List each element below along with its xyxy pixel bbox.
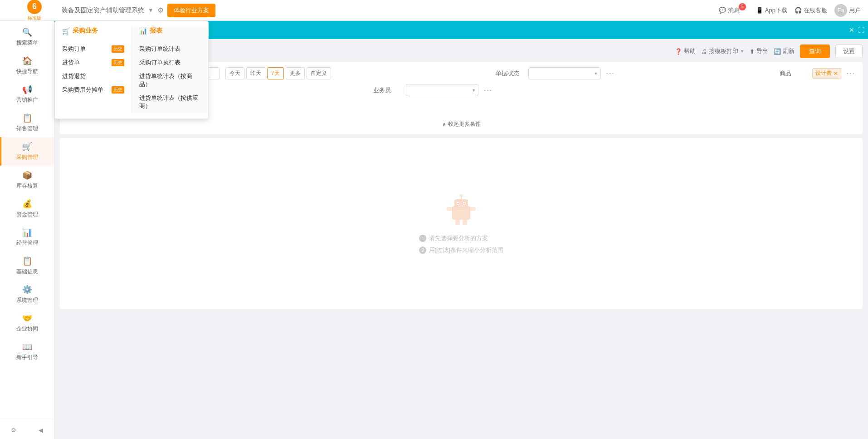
user-btn[interactable]: Ea 用户 [834,4,861,17]
svg-rect-12 [469,207,476,211]
sidebar-item-quick-nav[interactable]: 🏠 快捷导航 [0,51,54,80]
purchase-section-label: 采购业务 [73,27,98,35]
sidebar-item-cooperation[interactable]: 🤝 企业协同 [0,309,54,337]
sidebar-collapse-icon[interactable]: ◀ [39,427,43,434]
sidebar-label-marketing: 营销推广 [16,96,38,104]
refresh-btn[interactable]: 🔄 刷新 [774,47,795,55]
salesman-ellipsis[interactable]: ··· [484,86,493,94]
collapse-arrow-icon: ∧ [442,121,446,128]
purchase-section-icon: 🛒 [62,27,70,35]
cooperation-icon: 🤝 [22,313,32,323]
reports-section-label: 报表 [150,27,162,35]
export-btn[interactable]: ⬆ 导出 [750,47,768,55]
voucher-status-ellipsis[interactable]: ··· [606,69,615,78]
sidebar-settings-icon[interactable]: ⚙ [11,427,16,434]
menu-item-order-exec-label: 采购订单执行表 [139,59,180,67]
sidebar: 🔍 搜索菜单 🏠 快捷导航 📢 营销推广 📋 销售管理 🛒 采购管理 📦 库存核… [0,21,54,439]
industry-btn[interactable]: 体验行业方案 [167,4,215,17]
online-service-label: 在线客服 [804,6,827,15]
tab-bar-actions: ✕ ⛶ [849,26,864,34]
menu-item-receipt-supplier[interactable]: 进货单统计表（按供应商） [139,91,201,113]
quick-btn-7days[interactable]: 7天 [267,67,284,79]
sidebar-label-operations: 经营管理 [16,239,38,247]
menu-item-purchase-return[interactable]: 进货退货 [62,69,124,83]
guide-icon: 📖 [22,342,32,352]
message-btn[interactable]: 💬 消息 5 [719,6,749,15]
system-title: 装备及固定资产辅助管理系统 [62,6,144,15]
goods-tag-close[interactable]: ✕ [834,70,838,77]
print-icon: 🖨 [701,48,707,55]
sidebar-item-inventory[interactable]: 📦 库存核算 [0,166,54,194]
sidebar-item-base-info[interactable]: 📋 基础信息 [0,252,54,280]
settings-btn[interactable]: 设置 [835,44,863,58]
tab-close-all-icon[interactable]: ✕ [849,26,854,34]
sidebar-label-purchase: 采购管理 [16,153,38,161]
purchase-receipt-history-tag: 历史 [112,59,124,66]
purchase-order-history-tag: 历史 [112,45,124,53]
step-1-num: 1 [419,235,426,242]
menu-section-purchase: 🛒 采购业务 采购订单 历史 进货单 历史 进货退货 采购费用分摊单 历史 [55,27,132,113]
quick-btn-custom[interactable]: 自定义 [307,67,331,79]
sidebar-item-marketing[interactable]: 📢 营销推广 [0,80,54,109]
print-dropdown-icon: ▼ [740,49,744,54]
voucher-status-select[interactable] [528,67,601,79]
help-btn[interactable]: ❓ 帮助 [675,47,696,55]
goods-ellipsis[interactable]: ··· [847,69,855,78]
settings-icon[interactable]: ⚙ [157,6,164,15]
salesman-label: 业务员 [373,86,400,94]
logo-icon: 6 [27,0,42,14]
goods-tag: 设计费 ✕ [812,68,841,79]
menu-section-purchase-title: 🛒 采购业务 [62,27,124,38]
menu-item-order-stats-label: 采购订单统计表 [139,45,180,53]
online-service-btn[interactable]: 🎧 在线客服 [795,6,827,15]
app-download-btn[interactable]: 📱 App下载 [756,6,787,15]
step-2-num: 2 [419,247,426,254]
logo-area: 6 标准版 [7,0,62,21]
query-btn[interactable]: 查询 [800,44,830,58]
sidebar-item-operations[interactable]: 📊 经营管理 [0,223,54,252]
salesman-select[interactable] [406,84,478,96]
sidebar-item-search[interactable]: 🔍 搜索菜单 [0,23,54,51]
svg-rect-11 [447,207,453,211]
purchase-icon: 🛒 [22,142,32,152]
menu-item-purchase-order[interactable]: 采购订单 历史 [62,42,124,56]
search-icon: 🔍 [22,27,32,37]
menu-item-purchase-order-label: 采购订单 [62,45,86,53]
tab-expand-icon[interactable]: ⛶ [858,26,864,34]
menu-item-order-exec[interactable]: 采购订单执行表 [139,56,201,69]
quick-btn-more-date[interactable]: 更多 [286,67,305,79]
sidebar-item-finance[interactable]: 💰 资金管理 [0,194,54,223]
sidebar-item-sales[interactable]: 📋 销售管理 [0,109,54,137]
menu-item-purchase-cost[interactable]: 采购费用分摊单 历史 [62,83,124,97]
menu-item-purchase-receipt-label: 进货单 [62,59,80,67]
sidebar-item-system[interactable]: ⚙️ 系统管理 [0,280,54,309]
svg-point-5 [464,203,465,204]
message-icon: 💬 [719,7,726,14]
help-icon: ❓ [675,48,682,55]
logo-sub: 标准版 [28,15,41,21]
sidebar-item-purchase[interactable]: 🛒 采购管理 [0,137,54,166]
sidebar-label-inventory: 库存核算 [16,182,38,190]
quick-btn-today[interactable]: 今天 [225,67,244,79]
svg-rect-6 [458,206,465,207]
menu-item-receipt-goods[interactable]: 进货单统计表（按商品） [139,69,201,91]
headset-icon: 🎧 [795,7,802,14]
quick-btn-yesterday[interactable]: 昨天 [246,67,265,79]
empty-illustration [443,192,479,229]
svg-rect-9 [455,220,460,225]
sidebar-label-search: 搜索菜单 [16,39,38,47]
reports-section-icon: 📊 [139,27,147,35]
inventory-icon: 📦 [22,170,32,180]
top-bar-right: 💬 消息 5 📱 App下载 🎧 在线客服 Ea 用户 [719,4,861,17]
sidebar-item-guide[interactable]: 📖 新手引导 [0,337,54,366]
menu-item-order-stats[interactable]: 采购订单统计表 [139,42,201,56]
dropdown-arrow-icon[interactable]: ▼ [148,7,154,14]
menu-item-receipt-goods-label: 进货单统计表（按商品） [139,72,201,89]
avatar: Ea [834,4,847,17]
menu-item-purchase-receipt[interactable]: 进货单 历史 [62,56,124,69]
print-btn[interactable]: 🖨 按模板打印 ▼ [701,47,744,55]
collapse-btn[interactable]: ∧ 收起更多条件 [67,118,855,129]
purchase-cost-history-tag: 历史 [112,86,124,94]
goods-label: 商品 [780,69,807,78]
top-bar: 6 标准版 装备及固定资产辅助管理系统 ▼ ⚙ 体验行业方案 💬 消息 5 📱 … [0,0,868,21]
